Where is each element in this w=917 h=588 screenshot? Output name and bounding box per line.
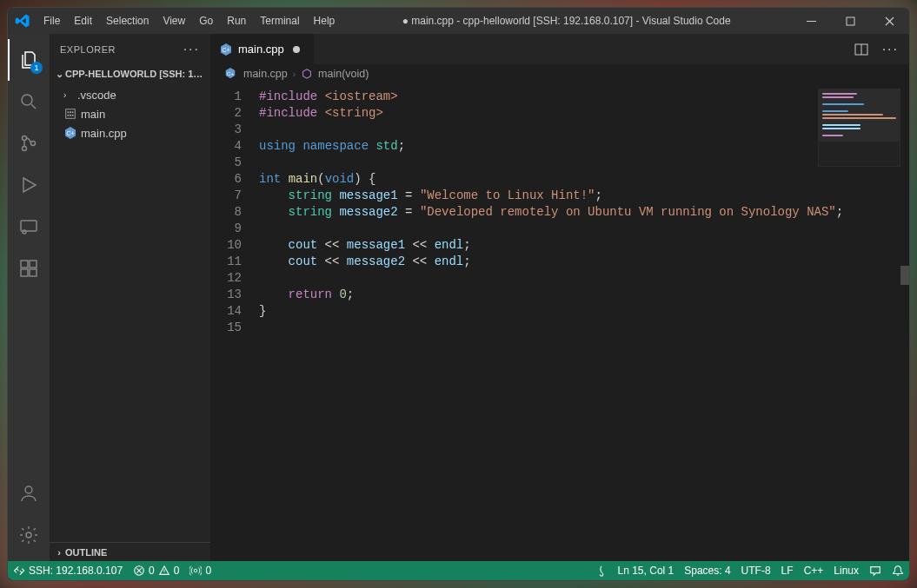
tree-folder-vscode[interactable]: › .vscode [50,85,210,104]
chevron-right-icon: › [293,69,296,79]
workspace-panel-header[interactable]: ⌄ CPP-HELLOWORLD [SSH: 1… [50,64,210,83]
menu-selection[interactable]: Selection [100,11,155,30]
code-line[interactable]: #include <string> [259,105,814,122]
sidebar-header: EXPLORER ··· [50,34,210,64]
code-line[interactable] [259,270,814,287]
line-number: 4 [210,138,242,155]
tab-main-cpp[interactable]: C+ main.cpp [210,34,315,64]
activity-accounts[interactable] [8,472,50,514]
svg-text:C+: C+ [222,47,229,53]
line-number: 5 [210,155,242,171]
code-lines[interactable]: #include <iostream>#include <string>usin… [259,89,814,336]
status-problems[interactable]: 0 0 [128,561,184,580]
status-spaces[interactable]: Spaces: 4 [679,565,735,577]
chevron-right-icon: › [63,90,74,100]
menu-edit[interactable]: Edit [68,11,98,30]
code-line[interactable]: int main(void) { [259,171,814,188]
activity-search[interactable] [8,81,50,122]
svg-rect-9 [21,269,28,276]
svg-rect-1 [847,17,854,25]
code-line[interactable]: } [259,303,814,320]
svg-rect-8 [21,261,28,268]
status-encoding[interactable]: UTF-8 [736,565,776,577]
menu-terminal[interactable]: Terminal [254,11,305,30]
line-number: 15 [210,320,242,336]
vertical-scrollbar[interactable] [900,83,909,561]
line-number: 11 [210,254,242,270]
sidebar-more-icon[interactable]: ··· [183,42,200,57]
code-line[interactable] [259,155,814,171]
code-line[interactable]: string message1 = "Welcome to Linux Hint… [259,188,814,204]
status-ports[interactable]: 0 [184,561,216,580]
svg-text:C+: C+ [66,130,74,136]
svg-point-3 [23,136,27,141]
status-language[interactable]: C++ [799,565,829,577]
line-number: 1 [210,89,242,105]
activity-remote-explorer[interactable] [8,206,50,248]
outline-panel-header[interactable]: › OUTLINE [50,542,210,561]
activity-settings[interactable] [8,514,50,556]
status-bar: SSH: 192.168.0.107 0 0 0 Ln 15, Col 1 Sp… [8,561,909,580]
code-line[interactable]: #include <iostream> [259,89,814,105]
activity-extensions[interactable] [8,248,50,289]
window-close[interactable] [870,8,909,34]
code-line[interactable]: string message2 = "Developed remotely on… [259,204,814,221]
line-number: 2 [210,105,242,122]
code-line[interactable] [259,320,814,336]
dirty-indicator: ● [402,15,409,27]
window-maximize[interactable] [831,8,870,34]
line-number: 8 [210,204,242,221]
svg-rect-15 [68,111,70,113]
symbol-method-icon [301,68,313,80]
minimap[interactable] [818,89,900,167]
outline-title: OUTLINE [65,547,107,558]
editor-code[interactable]: 123456789101112131415 #include <iostream… [210,83,909,561]
menu-bar: FileEditSelectionViewGoRunTerminalHelp [37,11,341,30]
activity-explorer[interactable]: 1 [8,39,50,81]
file-name: main.cpp [81,127,127,140]
code-line[interactable]: cout << message1 << endl; [259,237,814,254]
breadcrumb-symbol[interactable]: main(void) [318,68,369,80]
window-title: ● main.cpp - cpp-helloworld [SSH: 192.16… [341,15,792,27]
menu-go[interactable]: Go [193,11,219,30]
status-os[interactable]: Linux [828,565,864,577]
status-bell-icon[interactable] [887,565,909,577]
breadcrumb-file[interactable]: main.cpp [243,68,288,80]
status-feedback-icon[interactable] [864,565,887,577]
status-cursor[interactable]: Ln 15, Col 1 [613,565,680,577]
breadcrumb[interactable]: C+ main.cpp › main(void) [210,64,909,83]
chevron-down-icon: ⌄ [53,69,65,80]
code-line[interactable] [259,221,814,237]
svg-point-2 [22,95,32,105]
editor-more-icon[interactable]: ··· [882,42,899,57]
activity-source-control[interactable] [8,122,50,164]
window-minimize[interactable] [792,8,831,34]
svg-rect-16 [70,111,71,113]
code-line[interactable]: cout << message2 << endl; [259,254,814,270]
line-number: 7 [210,188,242,204]
line-number: 10 [210,237,242,254]
menu-view[interactable]: View [156,11,191,30]
svg-point-4 [23,147,27,151]
split-editor-icon[interactable] [854,43,868,56]
menu-run[interactable]: Run [221,11,252,30]
menu-help[interactable]: Help [308,11,342,30]
code-line[interactable]: return 0; [259,287,814,303]
status-remote[interactable]: SSH: 192.168.0.107 [8,561,128,580]
code-line[interactable]: using namespace std; [259,138,814,155]
menu-file[interactable]: File [37,11,66,30]
cpp-file-icon: C+ [219,43,233,56]
tab-dirty-dot-icon [293,46,300,53]
status-prettier-icon[interactable] [590,565,613,577]
code-line[interactable] [259,122,814,138]
tree-file-main[interactable]: main [50,104,210,123]
status-eol[interactable]: LF [776,565,799,577]
tree-file-maincpp[interactable]: C+ main.cpp [50,123,210,142]
svg-point-7 [23,230,26,234]
activity-run-debug[interactable] [8,164,50,206]
svg-rect-10 [30,269,37,276]
title-bar: FileEditSelectionViewGoRunTerminalHelp ●… [8,8,909,34]
scrollbar-thumb[interactable] [900,266,909,285]
svg-rect-19 [70,115,71,116]
line-number: 6 [210,171,242,188]
